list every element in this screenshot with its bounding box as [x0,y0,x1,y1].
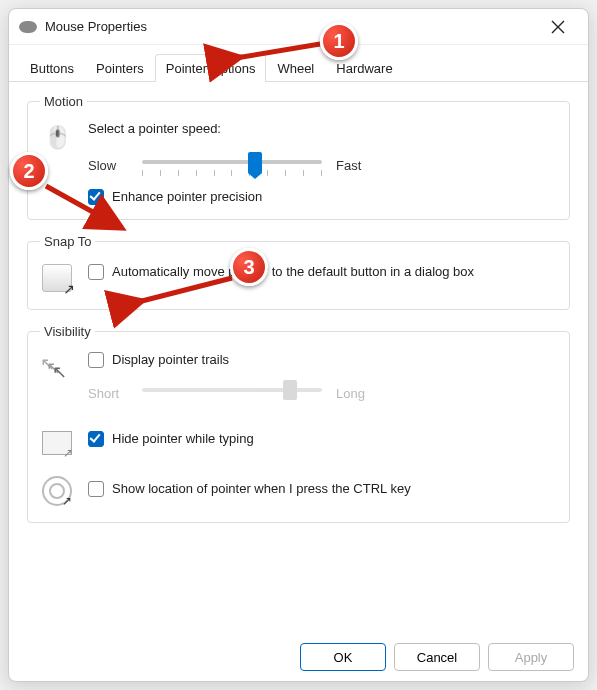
trails-icon: ↖↖↖ [40,351,74,385]
group-visibility: Visibility ↖↖↖ Display pointer trails Sh… [27,324,570,523]
window-title: Mouse Properties [45,19,147,34]
mouse-properties-dialog: Mouse Properties Buttons Pointers Pointe… [8,8,589,682]
show-location-label: Show location of pointer when I press th… [112,480,411,497]
group-snap-to: Snap To Automatically move pointer to th… [27,234,570,310]
trails-short-label: Short [88,386,128,401]
cancel-button[interactable]: Cancel [394,643,480,671]
motion-cursor-icon: 🖱️ [40,121,74,155]
slow-label: Slow [88,158,128,173]
annotation-badge-2: 2 [10,152,48,190]
panel-pointer-options: Motion 🖱️ Select a pointer speed: Slow [9,82,588,523]
show-location-icon [40,474,74,508]
fast-label: Fast [336,158,376,173]
ok-button[interactable]: OK [300,643,386,671]
annotation-arrow-2 [40,180,130,240]
show-location-checkbox[interactable] [88,481,104,497]
close-icon [551,20,565,34]
trails-long-label: Long [336,386,376,401]
dialog-buttons: OK Cancel Apply [300,643,574,671]
apply-button[interactable]: Apply [488,643,574,671]
enhance-precision-label: Enhance pointer precision [112,188,262,205]
pointer-trails-checkbox[interactable] [88,352,104,368]
group-motion-legend: Motion [40,94,87,109]
motion-heading: Select a pointer speed: [88,121,557,136]
pointer-speed-slider[interactable] [142,150,322,180]
snap-to-checkbox[interactable] [88,264,104,280]
svg-line-1 [46,186,118,226]
close-button[interactable] [538,13,578,41]
svg-line-2 [138,278,232,302]
annotation-badge-1: 1 [320,22,358,60]
pointer-trails-slider[interactable] [142,378,322,408]
snap-to-icon [40,261,74,295]
annotation-arrow-1 [228,40,328,70]
annotation-badge-3: 3 [230,248,268,286]
hide-while-typing-label: Hide pointer while typing [112,430,254,447]
hide-typing-icon [40,426,74,460]
svg-line-0 [236,44,320,58]
mouse-icon [19,21,37,33]
tab-pointers[interactable]: Pointers [85,54,155,82]
pointer-trails-label: Display pointer trails [112,351,229,368]
hide-while-typing-checkbox[interactable] [88,431,104,447]
annotation-arrow-3 [130,274,240,314]
tab-buttons[interactable]: Buttons [19,54,85,82]
group-visibility-legend: Visibility [40,324,95,339]
